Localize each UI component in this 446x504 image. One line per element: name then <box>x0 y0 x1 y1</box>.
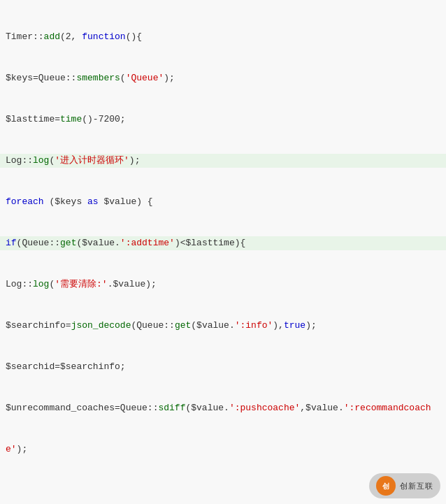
watermark-logo: 创 <box>376 476 396 496</box>
code-line: e'); <box>0 442 446 456</box>
svg-text:创: 创 <box>382 482 389 490</box>
logo-icon: 创 <box>378 478 394 494</box>
code-container: Timer::add(2, function(){ $keys=Queue::s… <box>0 0 446 504</box>
code-line: Timer::add(2, function(){ <box>0 30 446 44</box>
code-line: $keys=Queue::smembers('Queue'); <box>0 71 446 85</box>
code-line: $searchid=$searchinfo; <box>0 360 446 374</box>
code-line: foreach ($keys as $value) { <box>0 195 446 209</box>
watermark: 创 创新互联 <box>369 473 440 498</box>
code-line: Log::log('进入计时器循环'); <box>0 154 446 168</box>
code-line: Log::log('需要清除:'.$value); <box>0 278 446 291</box>
code-line: $searchinfo=json_decode(Queue::get($valu… <box>0 319 446 333</box>
code-line: if(Queue::get($value.':addtime')<$lastti… <box>0 236 446 250</box>
code-block-timer: Timer::add(2, function(){ $keys=Queue::s… <box>0 0 446 504</box>
code-line: $unrecommand_coaches=Queue::sdiff($value… <box>0 401 446 415</box>
code-line: $lasttime=time()-7200; <box>0 113 446 127</box>
watermark-text: 创新互联 <box>400 481 433 491</box>
